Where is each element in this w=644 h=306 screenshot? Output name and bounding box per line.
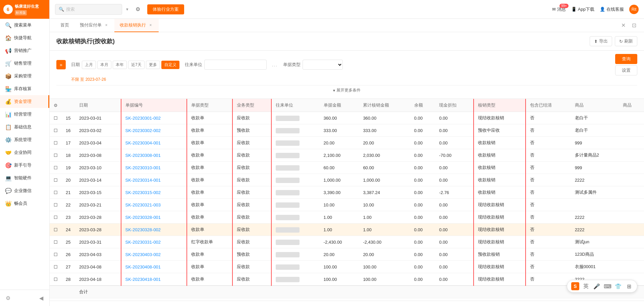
cell-bill_no[interactable]: SK-20230301-002 xyxy=(121,112,187,124)
search-box[interactable]: 🔍 搜索 xyxy=(55,4,122,15)
sidebar-item-search[interactable]: 🔍 搜索菜单 xyxy=(0,19,49,32)
date-option-更多[interactable]: 更多 xyxy=(146,61,160,69)
expand-more-button[interactable]: ▾ 展开更多条件 xyxy=(56,85,637,95)
bill-no-link[interactable]: SK-20230301-002 xyxy=(125,116,161,121)
bill-no-link[interactable]: SK-20230331-002 xyxy=(125,240,161,245)
bill-no-link[interactable]: SK-20230315-002 xyxy=(125,190,161,195)
tab-close-prepay[interactable]: × xyxy=(104,22,109,28)
bill-type-select[interactable] xyxy=(303,60,343,70)
bill-no-link[interactable]: SK-20230308-001 xyxy=(125,153,161,158)
gear-settings-icon[interactable]: ⚙ xyxy=(54,103,58,108)
cell-cancel_type: 现结收款核销 xyxy=(474,211,526,224)
cell-bill_no[interactable]: SK-20230328-001 xyxy=(121,211,187,224)
date-option-近7天[interactable]: 近7天 xyxy=(128,61,145,69)
online-service-button[interactable]: 👤 在线客服 xyxy=(600,6,624,12)
bill-no-link[interactable]: SK-20230302-002 xyxy=(125,128,161,133)
cell-balance: 0.00 xyxy=(410,236,435,248)
cell-bill_no[interactable]: SK-20230403-002 xyxy=(121,248,187,261)
table-row: ☐222023-03-21SK-20230321-003收款单应收款████10… xyxy=(50,199,644,211)
messages-button[interactable]: ✉ 消息 99+ xyxy=(552,6,566,12)
cell-bill_no[interactable]: SK-20230331-002 xyxy=(121,236,187,248)
date-option-本年[interactable]: 本年 xyxy=(113,61,127,69)
filter-toggle-button[interactable]: » xyxy=(56,60,66,69)
refresh-button[interactable]: ↻ 刷新 xyxy=(615,36,637,46)
export-button[interactable]: ⬆ 导出 xyxy=(590,36,612,46)
sidebar-item-guide[interactable]: 🎯 新手引导 xyxy=(0,159,49,172)
sidebar-item-purchase[interactable]: 📦 采购管理 xyxy=(0,70,49,82)
cell-partner: ████ xyxy=(271,248,320,261)
sidebar-item-basic[interactable]: 📋 基础信息 xyxy=(0,121,49,133)
table-row: ☐272023-04-08SK-20230408-001收款单应收款████10… xyxy=(50,261,644,273)
date-custom-btn[interactable]: 自定义 xyxy=(161,61,179,69)
ime-mic-btn[interactable]: 🎤 xyxy=(593,282,601,290)
bill-no-link[interactable]: SK-20230328-002 xyxy=(125,227,161,232)
cell-date: 2023-03-28 xyxy=(75,211,121,224)
cell-bill_no[interactable]: SK-20230418-001 xyxy=(121,273,187,286)
app-download-button[interactable]: 📱 App下载 xyxy=(571,6,594,12)
cell-biz_type: 应收款 xyxy=(232,162,271,174)
sidebar-bottom: ⚙ ◀ xyxy=(0,290,49,306)
message-badge: 99+ xyxy=(559,4,569,8)
sidebar-item-hardware[interactable]: 💻 智能硬件 xyxy=(0,172,49,184)
tab-close-receive[interactable]: × xyxy=(148,22,153,28)
bill-no-link[interactable]: SK-20230304-001 xyxy=(125,140,161,145)
bill-no-link[interactable]: SK-20230403-002 xyxy=(125,252,161,257)
filter-settings-button[interactable]: 设置 xyxy=(615,65,637,75)
sidebar-item-wechat[interactable]: 💬 企业微信 xyxy=(0,184,49,197)
bill-no-link[interactable]: SK-20230314-001 xyxy=(125,178,161,183)
date-option-本月[interactable]: 本月 xyxy=(97,61,111,69)
bill-no-link[interactable]: SK-20230418-001 xyxy=(125,277,161,282)
topbar-dropdown-arrow[interactable]: ▾ xyxy=(126,7,128,12)
close-window-btn[interactable]: ✕ xyxy=(619,21,628,30)
cell-bill_no[interactable]: SK-20230314-001 xyxy=(121,174,187,186)
cell-bill_no[interactable]: SK-20230308-001 xyxy=(121,149,187,162)
cell-bill_no[interactable]: SK-20230315-002 xyxy=(121,186,187,199)
bill-no-link[interactable]: SK-20230328-001 xyxy=(125,215,161,220)
sidebar-item-system[interactable]: ⚙️ 系统管理 xyxy=(0,133,49,146)
query-button[interactable]: 查询 xyxy=(615,54,637,64)
sidebar-settings-icon[interactable]: ⚙ xyxy=(3,293,13,303)
tab-receive[interactable]: 收款核销执行× xyxy=(114,19,159,32)
tab-home[interactable]: 首页 xyxy=(55,19,74,32)
sidebar-item-member[interactable]: 👑 畅会员 xyxy=(0,197,49,210)
ime-english-btn[interactable]: 英 xyxy=(582,282,590,290)
ime-shirt-btn[interactable]: 👕 xyxy=(614,282,622,290)
tab-prepay[interactable]: 预付应付单× xyxy=(74,19,114,32)
maximize-window-btn[interactable]: ⊡ xyxy=(629,21,639,30)
date-option-上月[interactable]: 上月 xyxy=(82,61,96,69)
cell-index: 18 xyxy=(62,149,75,162)
sidebar-collapse-icon[interactable]: ◀ xyxy=(37,293,46,303)
ime-apps-btn[interactable]: ⊞ xyxy=(625,282,633,290)
cell-cum_amount: 1.00 xyxy=(359,211,410,224)
bill-no-link[interactable]: SK-20230408-001 xyxy=(125,264,161,269)
chevron-down-icon: ▾ xyxy=(333,88,335,93)
bill-no-link[interactable]: SK-20230310-001 xyxy=(125,165,161,170)
partner-input[interactable] xyxy=(204,60,267,70)
user-avatar[interactable]: Rit xyxy=(629,5,639,14)
sidebar-item-inventory[interactable]: 🏪 库存核算 xyxy=(0,82,49,95)
horizontal-scrollbar[interactable] xyxy=(50,301,644,306)
sidebar-item-enterprise[interactable]: 🤝 企业协同 xyxy=(0,146,49,159)
cell-bill_no[interactable]: SK-20230304-001 xyxy=(121,137,187,149)
topbar-settings-icon[interactable]: ⚙ xyxy=(132,4,143,15)
cell-cum_amount: 10.00 xyxy=(359,199,410,211)
cell-bill_no[interactable]: SK-20230310-001 xyxy=(121,162,187,174)
col-header-gear[interactable]: ⚙ xyxy=(50,99,62,112)
solution-button[interactable]: 体验行业方案 xyxy=(147,4,184,14)
sidebar-item-marketing[interactable]: 📢 营销推广 xyxy=(0,44,49,57)
col-header-cancel_type: 核销类型 xyxy=(474,99,526,112)
sidebar-item-operation[interactable]: 📊 经营管理 xyxy=(0,108,49,121)
cell-bill_no[interactable]: SK-20230408-001 xyxy=(121,261,187,273)
sidebar-icon-basic: 📋 xyxy=(5,124,11,130)
cell-include_settled: 否 xyxy=(526,124,571,137)
sidebar-item-finance[interactable]: 💰 资金管理 xyxy=(0,95,49,108)
cell-index: 27 xyxy=(62,261,75,273)
cell-biz_type: 应收款 xyxy=(232,174,271,186)
bill-no-link[interactable]: SK-20230321-003 xyxy=(125,202,161,207)
cell-bill_no[interactable]: SK-20230321-003 xyxy=(121,199,187,211)
sidebar-item-sales[interactable]: 🛒 销售管理 xyxy=(0,57,49,70)
cell-bill_no[interactable]: SK-20230302-002 xyxy=(121,124,187,137)
sidebar-item-shortcut[interactable]: 🏠 快捷导航 xyxy=(0,32,49,44)
cell-bill_no[interactable]: SK-20230328-002 xyxy=(121,224,187,236)
ime-keyboard-btn[interactable]: ⌨ xyxy=(603,282,611,290)
